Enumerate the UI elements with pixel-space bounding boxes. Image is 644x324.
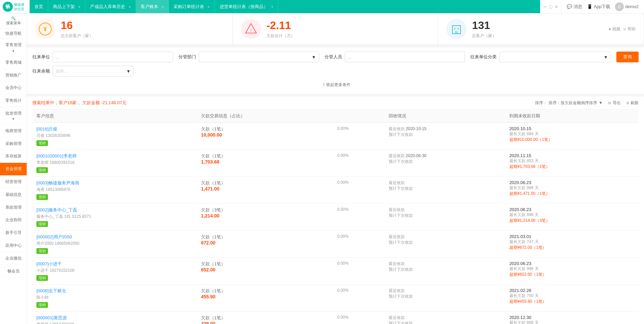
- dept-select[interactable]: ▼: [199, 52, 319, 62]
- tab-close-icon[interactable]: ×: [78, 5, 80, 9]
- customer-tag: 现销: [36, 221, 48, 227]
- overdue-amount-link[interactable]: 超期¥1,471.00（1笔）: [509, 191, 635, 197]
- tab-product-offline[interactable]: 商品上下架 ×: [48, 0, 85, 13]
- overdue-amount-link[interactable]: 超期¥1,703.68（1笔）: [509, 164, 635, 170]
- debt-amount-value[interactable]: 1,214.00: [201, 213, 329, 218]
- sidebar-item-newbie[interactable]: 新手引导: [0, 227, 27, 239]
- sort-select[interactable]: 排序： 排序：按欠款金额倒序排序 ▼: [535, 100, 603, 106]
- sidebar-item-inventory[interactable]: 库存核算: [0, 150, 27, 163]
- tab-purchase-order[interactable]: 采购订单统计表 ×: [169, 0, 215, 13]
- debt-amount-value[interactable]: 429.00: [201, 321, 329, 324]
- user-action[interactable]: D demo2: [615, 2, 639, 11]
- tab-close-icon[interactable]: ×: [271, 5, 273, 9]
- sidebar-item-batch-mgmt[interactable]: 批发管理 ▼: [0, 107, 27, 125]
- debt-amount-value[interactable]: 1,703.68: [201, 159, 329, 165]
- close-icon[interactable]: ×: [555, 4, 558, 9]
- tab-customer-account[interactable]: 客户账本 ×: [136, 0, 169, 13]
- tab-purchase-stats[interactable]: 进货单统计表（按商品） ×: [215, 0, 278, 13]
- tab-close-icon[interactable]: ×: [162, 5, 164, 9]
- tab-bar: 首页 商品上下架 × 产成品入库单历史 × 客户账本 × 采购订单统计表 × 进…: [30, 0, 540, 13]
- tab-home[interactable]: 首页: [30, 0, 48, 13]
- view-video-btn[interactable]: ● 视频: [609, 26, 620, 32]
- sidebar-item-member[interactable]: 会员中心: [0, 82, 27, 94]
- chevron-down-icon: ▼: [598, 100, 603, 105]
- from-unit-input[interactable]: ...: [53, 52, 173, 62]
- debt-amount-value[interactable]: 1,471.00: [201, 186, 329, 192]
- minimize-icon[interactable]: ─: [543, 4, 547, 9]
- debt-amount-value[interactable]: 455.90: [201, 294, 329, 299]
- sidebar-item-system[interactable]: 系统管理: [0, 201, 27, 214]
- cell-debt-percent: 0.00%: [333, 285, 384, 312]
- cell-collect-info: 最近收款 2020-06-30 预计下次收款: [385, 150, 505, 177]
- overdue-amount-link[interactable]: 超期¥1,214.00（3笔）: [509, 218, 635, 224]
- overdue-amount-link[interactable]: 超期¥455.90（1笔）: [509, 299, 635, 304]
- customer-name-link[interactable]: [000001]黄思源: [36, 315, 193, 321]
- unit-category-select[interactable]: ▼: [499, 52, 611, 62]
- tab-product-history[interactable]: 产成品入库单历史 ×: [85, 0, 136, 13]
- app-download-action[interactable]: 📱 App下载: [587, 4, 610, 10]
- quick-nav[interactable]: 快捷导航: [0, 29, 27, 39]
- cell-customer-info: [0007]小进干 小进干 18279152100 现销: [32, 258, 197, 285]
- customer-name-link[interactable]: [000002]用户2050: [36, 234, 193, 240]
- customer-name-link[interactable]: [0016]吕俊: [36, 126, 193, 132]
- sidebar-item-basic-info[interactable]: 基础信息: [0, 188, 27, 201]
- sidebar-nav: 零售管理 ▲ 零售商城 营销推广 会员中心 零售统计 批发管理 ▼: [0, 39, 27, 277]
- latest-collect-label: 最近收款: [389, 207, 405, 212]
- sidebar-item-enterprise-collab[interactable]: 企业协同: [0, 214, 27, 227]
- sidebar-item-ecommerce[interactable]: 电商管理: [0, 125, 27, 138]
- filter-row-2: 往来余额 选择... ▼: [32, 66, 639, 77]
- sidebar-item-marketing[interactable]: 营销推广: [0, 69, 27, 82]
- sidebar-item-enterprise-wechat[interactable]: 企业微信: [0, 252, 27, 265]
- sidebar-item-retail-stats[interactable]: 零售统计: [0, 94, 27, 107]
- customer-name-link[interactable]: [0002]服务中心_丁磊: [36, 207, 193, 213]
- customer-name-link[interactable]: [0003]畅捷服务尹海燕: [36, 180, 193, 186]
- sidebar-item-operation[interactable]: 经营管理: [0, 176, 27, 188]
- customer-name-link[interactable]: [0001020001]李老师: [36, 153, 193, 159]
- sidebar-item-finance[interactable]: 资金管理: [0, 163, 27, 176]
- customer-tag: 现销: [36, 167, 48, 173]
- manager-input[interactable]: ...: [345, 52, 465, 62]
- tab-close-icon[interactable]: ×: [207, 5, 209, 9]
- cell-customer-info: [0001020001]李老师 李老师 18600391516 现销: [32, 150, 197, 177]
- customer-name-link[interactable]: [0007]小进干: [36, 261, 193, 267]
- due-date-value: 2020.11.15: [509, 153, 635, 158]
- table-row: [0001020001]李老师 李老师 18600391516 现销 欠款（1笔…: [32, 150, 639, 177]
- latest-collect: 最近收款: [389, 261, 501, 267]
- balance-select[interactable]: 选择... ▼: [53, 66, 134, 77]
- search-menu-btn[interactable]: 🔍 搜索菜单: [2, 16, 25, 26]
- sidebar-search-area[interactable]: 🔍 搜索菜单: [0, 13, 27, 29]
- refresh-btn[interactable]: ⊙ 刷新: [626, 100, 639, 106]
- customer-tag: 现销: [36, 140, 48, 146]
- debt-amount-value[interactable]: 672.00: [201, 240, 329, 245]
- sidebar-item-app-center[interactable]: 应用中心: [0, 239, 27, 252]
- cell-due-date: 2020.11.15 最长欠款 853 天 超期¥1,703.68（1笔）: [505, 150, 639, 177]
- customer-tag: 现销: [36, 275, 48, 281]
- message-action[interactable]: 💬 消息: [567, 4, 582, 10]
- sidebar-item-retail-mgmt[interactable]: 零售管理 ▲: [0, 39, 27, 56]
- refresh-icon: ⊙: [626, 100, 629, 105]
- help-btn[interactable]: ⊙ 帮助: [623, 26, 636, 32]
- debt-amount-value[interactable]: 10,000.00: [201, 132, 329, 138]
- latest-collect: 最近收款: [389, 180, 501, 186]
- debt-percent-value: 0.00%: [337, 153, 380, 158]
- customer-name-link[interactable]: [0006]去下粮仓: [36, 288, 193, 294]
- due-date-value: 2020.06.23: [509, 261, 635, 266]
- chevron-down-icon: ▼: [604, 55, 608, 60]
- overdue-amount-link[interactable]: 超期¥10,000.00（1笔）: [509, 137, 635, 143]
- export-btn[interactable]: ⊙ 导出: [608, 100, 620, 106]
- overdue-amount-link[interactable]: 超期¥652.00（1笔）: [509, 272, 635, 277]
- search-button[interactable]: 查询: [616, 52, 639, 62]
- avatar: D: [615, 2, 624, 11]
- tab-close-icon[interactable]: ×: [129, 5, 131, 9]
- collapse-button[interactable]: 《 收起更多条件: [32, 80, 639, 90]
- sidebar-item-purchase[interactable]: 采购管理: [0, 138, 27, 150]
- debt-amount-value[interactable]: 652.00: [201, 267, 329, 272]
- sidebar-item-super-member[interactable]: 畅会员: [0, 265, 27, 278]
- overdue-amount-link[interactable]: 超期¥672.00（1笔）: [509, 245, 635, 251]
- sidebar-item-retail-mall[interactable]: 零售商城: [0, 56, 27, 69]
- cell-debt-count: 欠款（1笔） 1,471.00: [197, 177, 333, 204]
- next-collect: 预计下次收款: [389, 240, 501, 245]
- maximize-icon[interactable]: □: [549, 4, 552, 9]
- stat-info-debtor: 16 总欠款客户（家）: [61, 19, 93, 39]
- due-date-value: 2020.06.23: [509, 207, 635, 212]
